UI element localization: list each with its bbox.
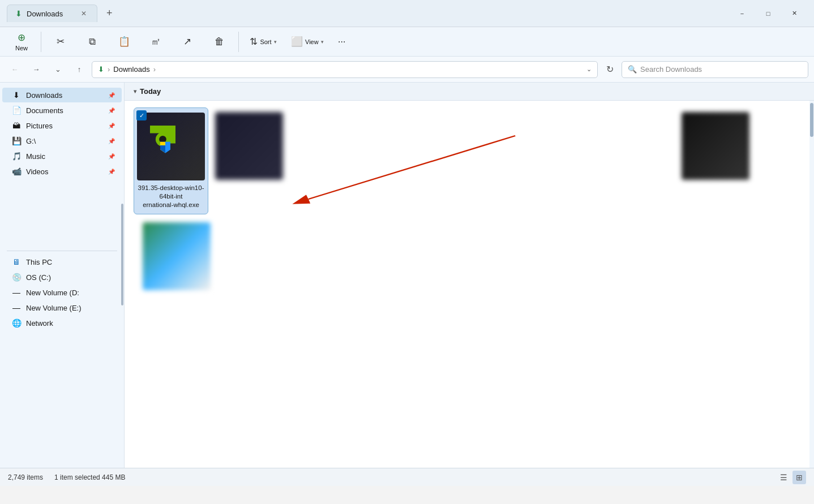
group-header-today: ▾ Today [125,83,814,101]
back-button[interactable]: ← [6,61,24,78]
sidebar-divider [7,251,117,251]
file-name-nvidia: 391.35-desktop-win10-64bit-international… [138,184,204,209]
new-icon: ⊕ [18,32,25,44]
sidebar-item-new-vol-e[interactable]: — New Volume (E:) [2,300,122,315]
sidebar-scroll-thumb [121,204,123,305]
toolbar-separator-1 [41,32,41,52]
content-area: ▾ Today ✓ [125,83,814,486]
sidebar-downloads-label: Downloads [26,91,62,100]
address-box[interactable]: ⬇ › Downloads › ⌄ [92,61,598,78]
item-count: 2,749 items [8,473,43,481]
nvidia-logo-svg [140,115,191,166]
new-vol-d-icon: — [11,288,22,297]
sidebar-new-vol-d-label: New Volume (D: [26,288,79,297]
downloads-icon: ⬇ [11,91,22,100]
minimize-button[interactable]: − [729,5,755,23]
recent-button[interactable]: ⌄ [49,61,67,78]
list-view-button[interactable]: ☰ [777,471,790,484]
delete-icon: 🗑 [215,36,224,48]
file-item-nvidia[interactable]: ✓ [134,107,208,214]
sidebar-os-c-label: OS (C:) [26,273,51,282]
view-label: View [305,38,319,45]
file-checkbox[interactable]: ✓ [136,110,147,120]
sidebar-videos-label: Videos [26,167,49,176]
sidebar-item-this-pc[interactable]: 🖥 This PC [2,255,122,269]
status-bar: 2,749 items 1 item selected 445 MB ☰ ⊞ [0,468,814,486]
toolbar: ⊕ New ✂ ⧉ 📋 ㎡ ↗ 🗑 ⇅ Sort ▾ ⬜ View ▾ ··· [0,27,814,57]
new-button[interactable]: ⊕ New [7,29,36,54]
music-icon: 🎵 [11,152,22,161]
view-button[interactable]: ⬜ View ▾ [285,29,329,54]
sort-chevron-icon: ▾ [274,39,277,45]
paste-icon: 📋 [118,36,130,48]
svg-point-3 [161,137,165,141]
cut-button[interactable]: ✂ [46,29,75,54]
file-thumbnail-nvidia [137,113,205,180]
pin-icon-4: 📌 [108,138,115,144]
sort-button[interactable]: ⇅ Sort ▾ [243,29,283,54]
sidebar: ⬇ Downloads 📌 📄 Documents 📌 🏔 Pictures 📌… [0,83,125,486]
videos-icon: 📹 [11,167,22,176]
g-drive-icon: 💾 [11,136,22,145]
sidebar-scrollbar[interactable] [121,83,124,486]
address-download-icon: ⬇ [98,65,104,74]
file-item-4[interactable] [139,218,214,295]
copy-button[interactable]: ⧉ [78,29,107,54]
main-area: ⬇ Downloads 📌 📄 Documents 📌 🏔 Pictures 📌… [0,83,814,486]
file-thumbnail-4 [143,222,211,290]
share-icon: ↗ [183,36,191,48]
new-vol-e-icon: — [11,303,22,312]
address-dropdown-icon[interactable]: ⌄ [586,66,592,73]
share-button[interactable]: ↗ [173,29,202,54]
sidebar-item-downloads[interactable]: ⬇ Downloads 📌 [2,88,122,102]
file-item-3[interactable] [678,107,753,214]
more-button[interactable]: ··· [332,29,352,54]
files-grid: ✓ [125,101,814,301]
refresh-button[interactable]: ↻ [601,61,618,78]
close-button[interactable]: ✕ [781,5,807,23]
network-icon: 🌐 [11,318,22,328]
grid-view-button[interactable]: ⊞ [792,471,806,484]
this-pc-icon: 🖥 [11,257,22,266]
tab-close-button[interactable]: ✕ [79,8,89,19]
sidebar-item-videos[interactable]: 📹 Videos 📌 [2,164,122,179]
sidebar-item-new-vol-d[interactable]: — New Volume (D: [2,285,122,300]
delete-button[interactable]: 🗑 [204,29,234,54]
view-icon: ⬜ [291,36,303,48]
maximize-button[interactable]: □ [755,5,781,23]
up-button[interactable]: ↑ [70,61,88,78]
sort-icon: ⇅ [250,36,258,48]
group-label: Today [140,87,161,96]
group-chevron-icon[interactable]: ▾ [134,88,136,94]
address-bar-row: ← → ⌄ ↑ ⬇ › Downloads › ⌄ ↻ 🔍 Search Dow… [0,57,814,83]
sidebar-network-label: Network [26,319,53,328]
sidebar-this-pc-label: This PC [26,258,52,266]
paste-button[interactable]: 📋 [109,29,139,54]
search-box[interactable]: 🔍 Search Downloads [622,61,808,78]
pin-icon-3: 📌 [108,123,115,129]
os-c-icon: 💿 [11,273,22,282]
rename-button[interactable]: ㎡ [141,29,170,54]
active-tab[interactable]: ⬇ Downloads ✕ [7,5,97,22]
search-icon: 🔍 [628,65,637,74]
forward-button[interactable]: → [27,61,45,78]
sidebar-item-pictures[interactable]: 🏔 Pictures 📌 [2,118,122,133]
sidebar-item-network[interactable]: 🌐 Network [2,316,122,330]
sidebar-item-music[interactable]: 🎵 Music 📌 [2,149,122,163]
sidebar-item-g-drive[interactable]: 💾 G:\ 📌 [2,133,122,148]
pin-icon-6: 📌 [108,169,115,175]
pin-icon-2: 📌 [108,107,115,114]
sidebar-new-vol-e-label: New Volume (E:) [26,304,82,312]
content-scrollbar[interactable] [809,83,814,486]
sidebar-item-documents[interactable]: 📄 Documents 📌 [2,103,122,118]
sort-label: Sort [260,38,271,45]
file-item-2[interactable] [212,107,286,214]
tab-add-button[interactable]: + [102,6,117,20]
more-icon: ··· [338,37,345,47]
pictures-icon: 🏔 [11,121,22,130]
rename-icon: ㎡ [151,35,161,48]
selection-info: 1 item selected 445 MB [54,473,125,481]
sidebar-item-os-c[interactable]: 💿 OS (C:) [2,270,122,285]
sidebar-documents-label: Documents [26,106,63,115]
cut-icon: ✂ [57,36,65,48]
